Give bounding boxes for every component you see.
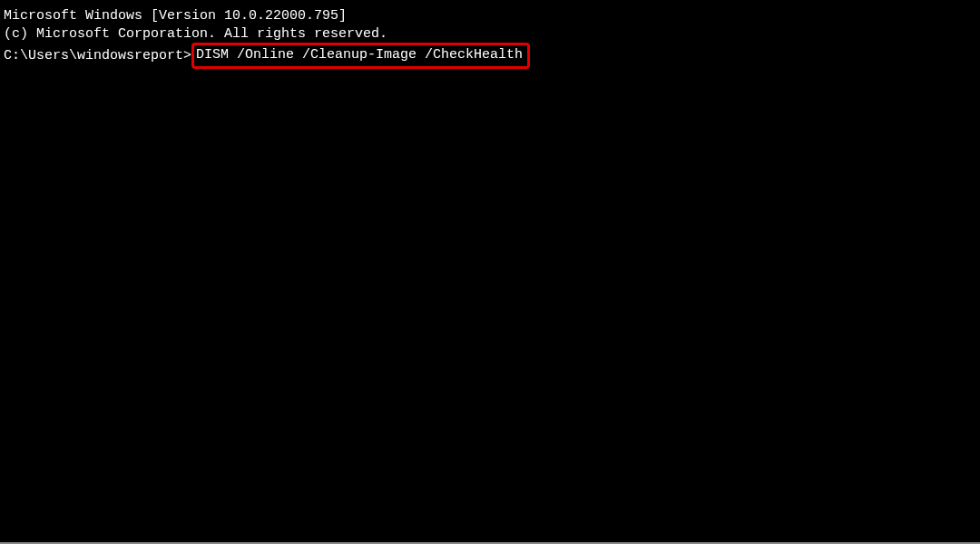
command-highlight: DISM /Online /Cleanup-Image /CheckHealth xyxy=(191,43,530,69)
command-input[interactable]: DISM /Online /Cleanup-Image /CheckHealth xyxy=(196,47,523,63)
version-line: Microsoft Windows [Version 10.0.22000.79… xyxy=(4,7,976,25)
command-prompt-line[interactable]: C:\Users\windowsreport>DISM /Online /Cle… xyxy=(4,43,976,69)
copyright-line: (c) Microsoft Corporation. All rights re… xyxy=(4,25,976,44)
prompt-path: C:\Users\windowsreport> xyxy=(4,47,191,65)
